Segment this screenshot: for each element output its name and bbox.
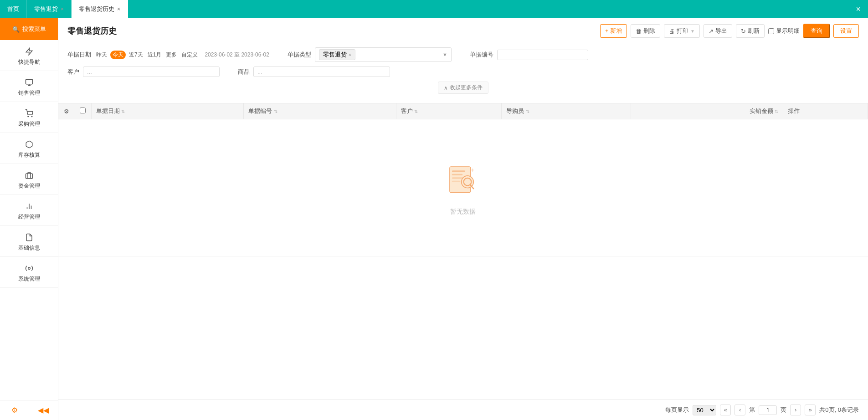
filter-goods: 商品 ...	[238, 67, 390, 77]
th-amount-label: 实销金额	[750, 108, 773, 114]
first-page-icon: «	[724, 407, 727, 413]
svg-rect-0	[26, 79, 32, 84]
empty-state-icon	[440, 159, 486, 200]
sidebar-settings-btn[interactable]: ⚙	[0, 400, 29, 420]
type-tag: 零售退货 ×	[319, 49, 355, 60]
sidebar-item-sys-mgmt[interactable]: 系统管理	[0, 257, 58, 288]
sales-icon	[24, 77, 34, 87]
customer-select-btn[interactable]: ...	[83, 67, 220, 77]
voucher-label: 单据编号	[470, 51, 493, 59]
th-amount[interactable]: 实销金额 ⇅	[631, 103, 783, 119]
finance-icon	[24, 170, 34, 180]
svg-rect-11	[452, 170, 465, 172]
type-tag-close[interactable]: ×	[349, 52, 351, 57]
sidebar-item-quick-nav[interactable]: 快捷导航	[0, 40, 58, 71]
sidebar-item-sales-mgmt[interactable]: 销售管理	[0, 71, 58, 102]
filter-date: 单据日期 昨天 今天 近7天 近1月 更多 自定义 2023-06-02 至 2…	[67, 51, 269, 59]
date-btn-more[interactable]: 更多	[164, 51, 178, 59]
th-guide-label: 导购员	[506, 108, 524, 114]
sidebar-item-operations[interactable]: 经营管理	[0, 195, 58, 226]
show-detail-check[interactable]	[768, 28, 774, 34]
th-number-label: 单据编号	[248, 108, 272, 114]
type-label: 单据类型	[288, 51, 311, 59]
per-page-select[interactable]: 20 50 100	[693, 405, 716, 415]
date-range-display: 2023-06-02 至 2023-06-02	[205, 51, 269, 59]
sidebar: 🔍 搜索菜单 快捷导航 销售管理 采购管理 库存核算	[0, 18, 58, 420]
per-page-label: 每页显示	[665, 406, 689, 414]
tab-home[interactable]: 首页	[0, 0, 27, 18]
date-btn-custom[interactable]: 自定义	[180, 51, 199, 59]
tab-retail-return-history-close[interactable]: ×	[117, 6, 120, 12]
sidebar-audio-btn[interactable]: ◀◀	[29, 400, 58, 420]
sidebar-item-sales-label: 销售管理	[18, 89, 40, 97]
select-all-checkbox[interactable]	[80, 108, 86, 113]
empty-state: 暂无数据	[63, 123, 863, 252]
sort-number-icon[interactable]: ⇅	[274, 109, 277, 114]
main-layout: 🔍 搜索菜单 快捷导航 销售管理 采购管理 库存核算	[0, 18, 868, 420]
filter-row-1: 单据日期 昨天 今天 近7天 近1月 更多 自定义 2023-06-02 至 2…	[67, 47, 859, 62]
date-btn-1month[interactable]: 近1月	[146, 51, 163, 59]
print-button[interactable]: 🖨 打印 ▼	[664, 24, 700, 38]
voucher-input[interactable]	[497, 50, 588, 60]
search-icon: 🔍	[12, 26, 20, 33]
date-btn-today[interactable]: 今天	[110, 51, 126, 59]
th-action-label: 操作	[788, 108, 800, 114]
th-settings[interactable]: ⚙	[58, 103, 75, 119]
settings-button[interactable]: 设置	[833, 24, 859, 38]
window-close-button[interactable]: ×	[848, 0, 868, 18]
refresh-icon: ↻	[741, 28, 746, 35]
th-customer[interactable]: 客户 ⇅	[396, 103, 502, 119]
sidebar-item-basic-info-label: 基础信息	[18, 244, 40, 252]
next-page-btn[interactable]: ›	[790, 405, 801, 415]
toolbar: + 新增 🗑 删除 🖨 打印 ▼ ↗ 导出 ↻	[600, 24, 859, 38]
page-number-input[interactable]	[759, 405, 777, 415]
type-select[interactable]: 零售退货 × ▼	[315, 47, 452, 62]
query-button[interactable]: 查询	[803, 24, 830, 38]
column-settings-icon[interactable]: ⚙	[64, 108, 69, 115]
goods-select-btn[interactable]: ...	[253, 67, 390, 77]
th-date[interactable]: 单据日期 ⇅	[91, 103, 244, 119]
sidebar-item-basic-info[interactable]: 基础信息	[0, 226, 58, 257]
page-header: 零售退货历史 + 新增 🗑 删除 🖨 打印 ▼ ↗ 导出	[58, 18, 868, 103]
first-page-btn[interactable]: «	[720, 405, 731, 415]
svg-rect-14	[452, 181, 460, 182]
search-menu-bar[interactable]: 🔍 搜索菜单	[0, 18, 58, 40]
sys-mgmt-icon	[24, 263, 34, 273]
th-number[interactable]: 单据编号 ⇅	[244, 103, 396, 119]
delete-button[interactable]: 🗑 删除	[631, 24, 660, 38]
filter-type: 单据类型 零售退货 × ▼	[288, 47, 452, 62]
show-detail-checkbox[interactable]: 显示明细	[768, 27, 800, 35]
svg-point-4	[31, 116, 32, 117]
sort-amount-icon[interactable]: ⇅	[775, 109, 778, 114]
tab-retail-return[interactable]: 零售退货 ×	[27, 0, 72, 18]
sidebar-item-inventory[interactable]: 库存核算	[0, 133, 58, 164]
sidebar-item-quick-nav-label: 快捷导航	[18, 58, 40, 66]
date-btn-yesterday[interactable]: 昨天	[95, 51, 108, 59]
tab-retail-return-label: 零售退货	[34, 5, 58, 13]
tab-retail-return-history[interactable]: 零售退货历史 ×	[72, 0, 128, 18]
export-button[interactable]: ↗ 导出	[704, 24, 732, 38]
prev-page-btn[interactable]: ‹	[734, 405, 745, 415]
th-action: 操作	[783, 103, 868, 119]
tab-retail-return-history-label: 零售退货历史	[79, 5, 114, 13]
sidebar-item-purchase-mgmt[interactable]: 采购管理	[0, 102, 58, 133]
tab-retail-return-close[interactable]: ×	[61, 6, 64, 12]
goods-label: 商品	[238, 68, 250, 76]
inventory-icon	[24, 139, 34, 149]
th-guide[interactable]: 导购员 ⇅	[502, 103, 631, 119]
sidebar-item-finance[interactable]: 资金管理	[0, 164, 58, 195]
sort-customer-icon[interactable]: ⇅	[414, 109, 418, 114]
sort-guide-icon[interactable]: ⇅	[526, 109, 529, 114]
empty-text: 暂无数据	[450, 208, 476, 216]
page-unit: 页	[781, 406, 786, 414]
filter-row-2: 客户 ... 商品 ...	[67, 67, 859, 77]
print-dropdown-icon: ▼	[690, 29, 695, 34]
new-button[interactable]: + 新增	[600, 24, 627, 38]
refresh-button[interactable]: ↻ 刷新	[736, 24, 765, 38]
sort-date-icon[interactable]: ⇅	[121, 109, 125, 114]
prev-page-icon: ‹	[739, 407, 741, 413]
date-shortcuts: 昨天 今天 近7天 近1月 更多 自定义	[95, 51, 199, 59]
last-page-btn[interactable]: »	[805, 405, 816, 415]
collapse-filter-btn[interactable]: ∧ 收起更多条件	[438, 82, 488, 94]
date-btn-7days[interactable]: 近7天	[128, 51, 144, 59]
